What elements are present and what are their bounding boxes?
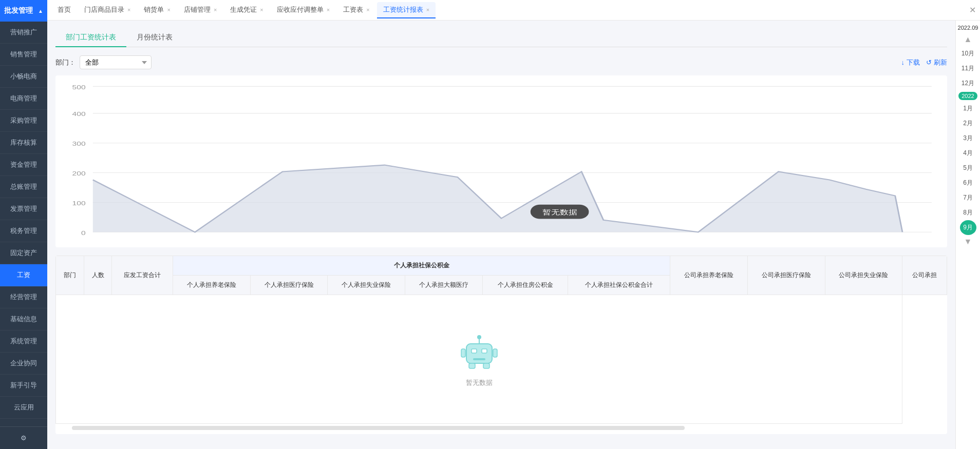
date-nav-up[interactable]: ▲: [962, 33, 974, 46]
scrollbar-bottom[interactable]: [72, 426, 685, 430]
month-item-1月[interactable]: 1月: [960, 101, 976, 116]
sub-tab-bumen[interactable]: 部门工资统计表: [55, 29, 126, 47]
sidebar-item-yun[interactable]: 云应用: [0, 397, 47, 419]
tab-close-shengcheng[interactable]: ×: [260, 7, 263, 13]
sidebar-header[interactable]: 批发管理 ▲: [0, 0, 47, 22]
col-gs-yanglao: 公司承担养老保险: [670, 256, 748, 295]
tab-close-yingshou[interactable]: ×: [327, 7, 330, 13]
month-item-3月[interactable]: 3月: [960, 131, 976, 146]
sidebar-item-yingxiao[interactable]: 营销推广: [0, 22, 47, 44]
svg-text:暂无数据: 暂无数据: [542, 208, 577, 216]
svg-text:300: 300: [72, 140, 86, 147]
col-dept: 部门: [56, 256, 84, 295]
refresh-button[interactable]: ↺ 刷新: [926, 58, 947, 67]
download-button[interactable]: ↓ 下载: [901, 58, 920, 67]
tab-gongzitongji[interactable]: 工资统计报表×: [377, 2, 436, 18]
tab-close-xiaoshoudan[interactable]: ×: [167, 7, 170, 13]
col-yingfa: 应发工资合计: [112, 256, 173, 295]
tab-home[interactable]: 首页: [51, 2, 77, 18]
sidebar-item-qiye[interactable]: 企业协同: [0, 353, 47, 375]
data-table: 部门 人数 应发工资合计 个人承担社保公积金 公司承担养老保险 公司承担医疗保险…: [55, 256, 947, 424]
month-item-2月[interactable]: 2月: [960, 116, 976, 131]
date-panel: 2022.09 ▲ 10月11月12月 2022 1月2月3月4月5月6月7月8…: [955, 21, 980, 449]
tab-xiaoshoudan[interactable]: 销货单×: [138, 2, 176, 18]
sidebar: 批发管理 ▲ 营销推广销售管理小畅电商电商管理采购管理库存核算资金管理总账管理发…: [0, 0, 47, 449]
sidebar-item-jingying[interactable]: 经营管理: [0, 286, 47, 308]
tabs-container: 首页门店商品目录×销货单×店铺管理×生成凭证×应收应付调整单×工资表×工资统计报…: [51, 2, 968, 18]
sidebar-item-xiaoshou[interactable]: 销售管理: [0, 44, 47, 66]
svg-rect-24: [483, 363, 489, 368]
svg-rect-21: [461, 349, 465, 357]
toolbar-right: ↓ 下载 ↺ 刷新: [901, 58, 948, 67]
sidebar-item-gongzi[interactable]: 工资: [0, 264, 47, 286]
col-zhufang: 个人承担住房公积金: [482, 276, 568, 295]
sidebar-item-xiaodiandian[interactable]: 小畅电商: [0, 66, 47, 88]
month-item-5月[interactable]: 5月: [960, 161, 976, 175]
sidebar-item-xinshou[interactable]: 新手引导: [0, 375, 47, 397]
year-badge[interactable]: 2022: [958, 92, 977, 100]
toolbar: 部门： 全部 ↓ 下载 ↺ 刷新: [55, 55, 947, 69]
svg-rect-23: [469, 363, 475, 368]
tab-gongzibiao[interactable]: 工资表×: [337, 2, 375, 18]
month-item-10月[interactable]: 10月: [962, 46, 974, 61]
month-item-6月[interactable]: 6月: [960, 175, 976, 190]
sidebar-item-caigou[interactable]: 采购管理: [0, 110, 47, 132]
tab-shengcheng[interactable]: 生成凭证×: [224, 2, 269, 18]
chart-svg: 0 100 200 300 400 500: [64, 84, 939, 238]
no-data-robot-icon: [459, 331, 500, 372]
svg-rect-15: [466, 344, 492, 363]
col-heji: 个人承担社保公积金合计: [568, 276, 670, 295]
tab-close-diandu[interactable]: ×: [214, 7, 217, 13]
sidebar-item-zijin[interactable]: 资金管理: [0, 154, 47, 176]
date-months: 1月2月3月4月5月6月7月8月9月: [960, 101, 976, 235]
sidebar-item-dianshang[interactable]: 电商管理: [0, 88, 47, 110]
month-item-4月[interactable]: 4月: [960, 146, 976, 161]
col-yiliao: 个人承担医疗保险: [250, 276, 328, 295]
month-item-12月[interactable]: 12月: [962, 76, 974, 91]
month-item-11月[interactable]: 11月: [962, 61, 974, 76]
tab-yingshou[interactable]: 应收应付调整单×: [271, 2, 336, 18]
tab-bar: 首页门店商品目录×销货单×店铺管理×生成凭证×应收应付调整单×工资表×工资统计报…: [47, 0, 980, 21]
table-container: 部门 人数 应发工资合计 个人承担社保公积金 公司承担养老保险 公司承担医疗保险…: [55, 256, 947, 434]
sidebar-settings[interactable]: ⚙: [0, 426, 47, 449]
sidebar-item-zongzhang[interactable]: 总账管理: [0, 176, 47, 198]
svg-rect-17: [482, 349, 487, 353]
sidebar-collapse-icon: ▲: [38, 8, 43, 14]
col-group-geren: 个人承担社保公积金: [173, 256, 670, 276]
dept-select[interactable]: 全部: [80, 55, 152, 69]
sidebar-item-fapiao[interactable]: 发票管理: [0, 198, 47, 220]
page-content: 部门工资统计表月份统计表 部门： 全部 ↓ 下载: [47, 21, 955, 449]
sub-tab-yufen[interactable]: 月份统计表: [126, 29, 183, 47]
tab-diandu[interactable]: 店铺管理×: [178, 2, 223, 18]
close-all-icon[interactable]: ✕: [969, 5, 976, 15]
svg-text:200: 200: [72, 170, 86, 177]
date-months-top: 10月11月12月: [962, 46, 974, 91]
col-gs-yiliao: 公司承担医疗保险: [747, 256, 825, 295]
sidebar-title: 批发管理: [4, 6, 33, 15]
tab-close-mendian[interactable]: ×: [127, 7, 130, 13]
svg-rect-18: [473, 358, 485, 360]
svg-rect-22: [493, 349, 497, 357]
sidebar-item-jichu[interactable]: 基础信息: [0, 308, 47, 330]
date-nav-down[interactable]: ▼: [962, 235, 974, 248]
svg-text:500: 500: [72, 84, 86, 90]
month-item-7月[interactable]: 7月: [960, 190, 976, 205]
tab-close-gongzitongji[interactable]: ×: [426, 7, 429, 13]
month-item-9月[interactable]: 9月: [960, 220, 976, 235]
svg-rect-16: [472, 349, 477, 353]
svg-text:100: 100: [72, 200, 86, 207]
col-yanglao: 个人承担养老保险: [173, 276, 251, 295]
sidebar-item-xitong[interactable]: 系统管理: [0, 330, 47, 353]
sidebar-item-gudingzichan[interactable]: 固定资产: [0, 242, 47, 264]
tab-close-gongzibiao[interactable]: ×: [366, 7, 369, 13]
toolbar-left: 部门： 全部: [55, 55, 152, 69]
no-data-row: 暂无数据: [56, 295, 902, 424]
svg-marker-12: [93, 165, 902, 232]
sidebar-item-shuiwu[interactable]: 税务管理: [0, 220, 47, 242]
month-item-8月[interactable]: 8月: [960, 205, 976, 220]
no-data-area: 暂无数据: [60, 300, 898, 418]
col-gs-shiye: 公司承担失业保险: [825, 256, 902, 295]
sidebar-item-kucun[interactable]: 库存核算: [0, 132, 47, 154]
tab-mendian[interactable]: 门店商品目录×: [78, 2, 137, 18]
col-daye: 个人承担大额医疗: [405, 276, 483, 295]
